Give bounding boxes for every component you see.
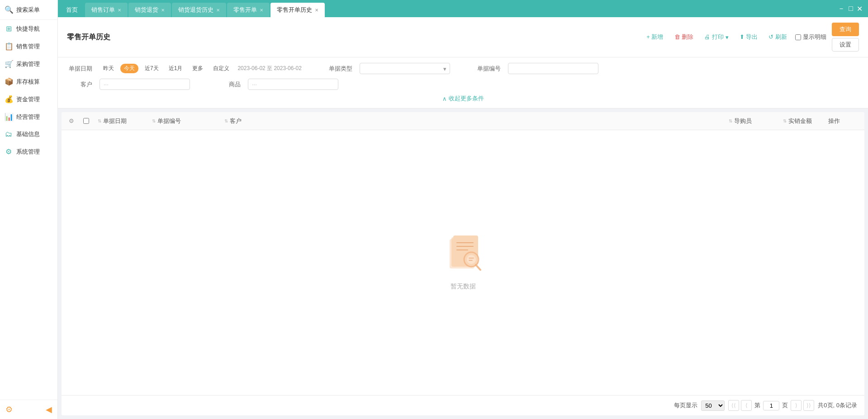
date-more[interactable]: 更多 <box>189 64 207 73</box>
collapse-sidebar-icon[interactable]: ◀ <box>46 405 52 414</box>
add-button[interactable]: + 新增 <box>644 31 666 43</box>
sort-customer-icon[interactable]: ⇅ <box>224 118 228 123</box>
tab-return-history[interactable]: 销货退货历史 ✕ <box>172 3 226 17</box>
next-page-btn[interactable]: ⟩ <box>791 400 802 411</box>
tab-retail-open-history[interactable]: 零售开单历史 ✕ <box>270 3 325 17</box>
sidebar-item-finance[interactable]: 💰 资金管理 <box>0 90 57 108</box>
date-shortcuts: 昨天 今天 近7天 近1月 更多 自定义 2023-06-02 至 2023-0… <box>100 64 302 73</box>
sidebar-item-label: 基础信息 <box>16 130 40 138</box>
num-input[interactable] <box>508 63 598 74</box>
th-check[interactable] <box>80 118 94 124</box>
sort-amount-icon[interactable]: ⇅ <box>783 118 787 123</box>
date-custom[interactable]: 自定义 <box>209 64 233 73</box>
window-close[interactable]: ✕ <box>857 5 863 13</box>
th-settings[interactable]: ⚙ <box>65 118 80 124</box>
svg-point-7 <box>467 255 476 264</box>
show-detail-label: 显示明细 <box>803 33 826 41</box>
first-page-btn[interactable]: ⟨⟨ <box>728 400 739 411</box>
sidebar-item-inventory[interactable]: 📦 库存核算 <box>0 73 57 90</box>
delete-label: 🗑 删除 <box>674 33 694 41</box>
type-select-wrapper <box>360 63 450 74</box>
table-container: ⚙ ⇅ 单据日期 ⇅ 单据编号 ⇅ 客户 ⇅ <box>62 112 864 415</box>
customer-input[interactable]: ··· <box>100 79 190 90</box>
tab-bar: 首页 销售订单 ✕ 销货退货 ✕ 销货退货历史 ✕ 零售开单 ✕ 零售开单历史 … <box>58 0 868 17</box>
print-button[interactable]: 🖨 打印 ▾ <box>702 31 731 43</box>
pagination: 每页显示 50 100 200 ⟨⟨ ⟨ 第 1 页 ⟩ ⟩⟩ 共0页, 0条记… <box>62 395 864 415</box>
window-controls: － □ ✕ <box>838 4 866 14</box>
window-minimize[interactable]: － <box>838 4 845 14</box>
sidebar-item-sales-mgmt[interactable]: 📋 销售管理 <box>0 38 57 55</box>
query-button[interactable]: 查询 <box>832 23 859 36</box>
filter-row-1: 单据日期 昨天 今天 近7天 近1月 更多 自定义 2023-06-02 至 2… <box>67 63 859 74</box>
date-7days[interactable]: 近7天 <box>141 64 162 73</box>
empty-icon <box>441 235 486 275</box>
window-maximize[interactable]: □ <box>849 5 853 13</box>
sidebar-item-label: 销售管理 <box>16 42 40 51</box>
column-settings-icon[interactable]: ⚙ <box>69 118 74 124</box>
type-label: 单据类型 <box>327 65 352 73</box>
tab-retail-open-history-close[interactable]: ✕ <box>315 8 318 13</box>
page-label: 第 <box>754 401 760 410</box>
th-guide: ⇅ 导购员 <box>725 117 779 125</box>
print-label: 🖨 打印 <box>704 33 724 41</box>
sidebar-item-sys-mgmt[interactable]: ⚙ 系统管理 <box>0 143 57 160</box>
export-label: ⬆ 导出 <box>740 33 758 41</box>
show-detail-checkbox[interactable] <box>795 34 801 40</box>
sidebar-item-label: 经营管理 <box>16 113 40 121</box>
sidebar: 🔍 搜索采单 ⊞ 快捷导航 📋 销售管理 🛒 采购管理 📦 库存核算 💰 资金管… <box>0 0 58 419</box>
filter-row-2: 客户 ··· 商品 ··· <box>67 79 859 90</box>
sidebar-item-operations[interactable]: 📊 经营管理 <box>0 108 57 126</box>
tab-retail-open-close[interactable]: ✕ <box>260 8 263 13</box>
type-select[interactable] <box>360 63 450 74</box>
operations-icon: 📊 <box>5 113 13 121</box>
sidebar-item-purchase-mgmt[interactable]: 🛒 采购管理 <box>0 55 57 73</box>
tab-sales-order[interactable]: 销售订单 ✕ <box>85 3 128 17</box>
tab-return-history-label: 销货退货历史 <box>178 6 213 14</box>
sidebar-item-quick-nav[interactable]: ⊞ 快捷导航 <box>0 20 57 38</box>
basic-info-icon: 🗂 <box>5 130 13 138</box>
last-page-btn[interactable]: ⟩⟩ <box>803 400 814 411</box>
sidebar-item-label: 采购管理 <box>16 60 40 68</box>
settings-button[interactable]: 设置 <box>832 38 859 52</box>
purchase-icon: 🛒 <box>5 60 13 68</box>
sort-guide-icon[interactable]: ⇅ <box>729 118 732 123</box>
th-date: ⇅ 单据日期 <box>94 117 148 125</box>
tab-home[interactable]: 首页 <box>60 3 84 17</box>
tab-retail-open-label: 零售开单 <box>233 6 257 14</box>
main-area: 首页 销售订单 ✕ 销货退货 ✕ 销货退货历史 ✕ 零售开单 ✕ 零售开单历史 … <box>58 0 868 419</box>
select-all-checkbox[interactable] <box>83 118 89 124</box>
per-page-select[interactable]: 50 100 200 <box>701 400 725 411</box>
prev-page-btn[interactable]: ⟨ <box>741 400 752 411</box>
settings-gear-icon[interactable]: ⚙ <box>5 405 13 414</box>
num-label: 单据编号 <box>475 65 501 73</box>
customer-label: 客户 <box>67 80 92 89</box>
sidebar-search-label: 搜索采单 <box>16 6 40 14</box>
sidebar-search[interactable]: 🔍 搜索采单 <box>0 0 57 20</box>
tab-return-history-close[interactable]: ✕ <box>216 8 220 13</box>
sort-date-icon[interactable]: ⇅ <box>98 118 101 123</box>
date-yesterday[interactable]: 昨天 <box>100 64 118 73</box>
tab-sales-return[interactable]: 销货退货 ✕ <box>128 3 171 17</box>
th-action: 操作 <box>825 117 861 125</box>
th-amount: ⇅ 实销金额 <box>779 117 825 125</box>
page-nav: ⟨⟨ ⟨ 第 1 页 ⟩ ⟩⟩ <box>728 400 814 411</box>
export-button[interactable]: ⬆ 导出 <box>737 31 761 43</box>
date-1month[interactable]: 近1月 <box>165 64 186 73</box>
goods-input[interactable]: ··· <box>248 79 338 90</box>
show-detail-toggle[interactable]: 显示明细 <box>795 33 826 41</box>
tab-sales-order-close[interactable]: ✕ <box>118 8 121 13</box>
tab-home-label: 首页 <box>66 6 78 14</box>
sidebar-item-basic-info[interactable]: 🗂 基础信息 <box>0 126 57 143</box>
date-today[interactable]: 今天 <box>120 64 138 73</box>
collapse-conditions[interactable]: ∧ 收起更多条件 <box>67 94 859 103</box>
page-input[interactable]: 1 <box>763 401 779 410</box>
inventory-icon: 📦 <box>5 77 13 86</box>
sidebar-item-label: 库存核算 <box>16 78 40 86</box>
sidebar-item-label: 系统管理 <box>16 148 40 156</box>
delete-button[interactable]: 🗑 删除 <box>672 31 697 43</box>
tab-sales-return-close[interactable]: ✕ <box>161 8 165 13</box>
th-num: ⇅ 单据编号 <box>148 117 221 125</box>
sort-num-icon[interactable]: ⇅ <box>152 118 156 123</box>
tab-retail-open[interactable]: 零售开单 ✕ <box>227 3 270 17</box>
refresh-button[interactable]: ↺ 刷新 <box>766 31 790 43</box>
